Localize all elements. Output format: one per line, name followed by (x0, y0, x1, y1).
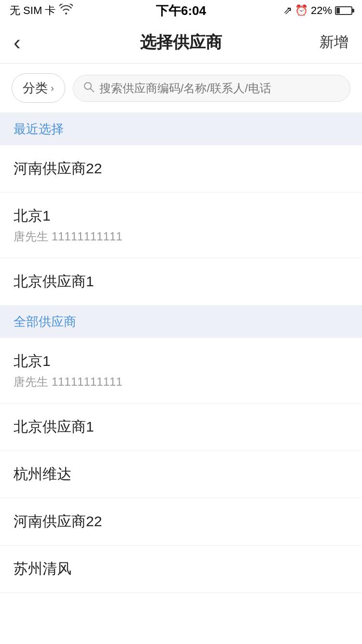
recent-items-list: 河南供应商22 北京1 唐先生 11111111111 北京供应商1 (0, 145, 362, 306)
recent-section-header: 最近选择 (0, 113, 362, 145)
back-button[interactable]: ‹ (14, 30, 42, 55)
nav-bar: ‹ 选择供应商 新增 (0, 21, 362, 64)
recent-section-label: 最近选择 (14, 122, 64, 136)
list-item[interactable]: 苏州清风 (0, 546, 362, 593)
status-time: 下午6:04 (156, 2, 206, 19)
page-title: 选择供应商 (140, 31, 222, 54)
list-item[interactable]: 北京供应商1 (0, 404, 362, 451)
item-name: 河南供应商22 (14, 512, 348, 532)
item-name: 北京供应商1 (14, 272, 348, 292)
battery-percentage: 22% (311, 4, 332, 17)
add-button[interactable]: 新增 (320, 32, 348, 52)
category-label: 分类 (23, 80, 48, 97)
list-item[interactable]: 北京1 唐先生 11111111111 (0, 193, 362, 258)
list-item[interactable]: 北京供应商1 (0, 258, 362, 306)
status-left: 无 SIM 卡 (10, 3, 73, 18)
item-name: 北京1 (14, 206, 348, 226)
list-item[interactable]: 河南供应商22 (0, 145, 362, 193)
all-items-list: 北京1 唐先生 11111111111 北京供应商1 杭州维达 河南供应商22 … (0, 338, 362, 593)
location-icon: ⇗ (283, 4, 292, 17)
item-name: 河南供应商22 (14, 159, 348, 179)
category-filter-button[interactable]: 分类 › (12, 73, 65, 103)
wifi-icon (59, 4, 73, 17)
search-box (73, 75, 350, 102)
item-sub: 唐先生 11111111111 (14, 229, 348, 244)
item-name: 北京1 (14, 351, 348, 371)
all-section-label: 全部供应商 (14, 314, 76, 329)
status-bar: 无 SIM 卡 下午6:04 ⇗ ⏰ 22% (0, 0, 362, 21)
svg-line-1 (90, 88, 94, 92)
category-arrow-icon: › (51, 83, 54, 94)
battery-icon (335, 6, 352, 15)
filter-bar: 分类 › (0, 64, 362, 113)
item-name: 苏州清风 (14, 559, 348, 579)
item-sub: 唐先生 11111111111 (14, 374, 348, 390)
alarm-icon: ⏰ (295, 4, 308, 17)
list-item[interactable]: 河南供应商22 (0, 498, 362, 546)
item-name: 北京供应商1 (14, 417, 348, 437)
search-input[interactable] (99, 82, 340, 95)
list-item[interactable]: 北京1 唐先生 11111111111 (0, 338, 362, 404)
carrier-text: 无 SIM 卡 (10, 3, 56, 18)
search-icon (83, 81, 95, 96)
item-name: 杭州维达 (14, 464, 348, 484)
list-item[interactable]: 杭州维达 (0, 451, 362, 498)
status-right: ⇗ ⏰ 22% (283, 4, 352, 17)
all-section-header: 全部供应商 (0, 306, 362, 338)
